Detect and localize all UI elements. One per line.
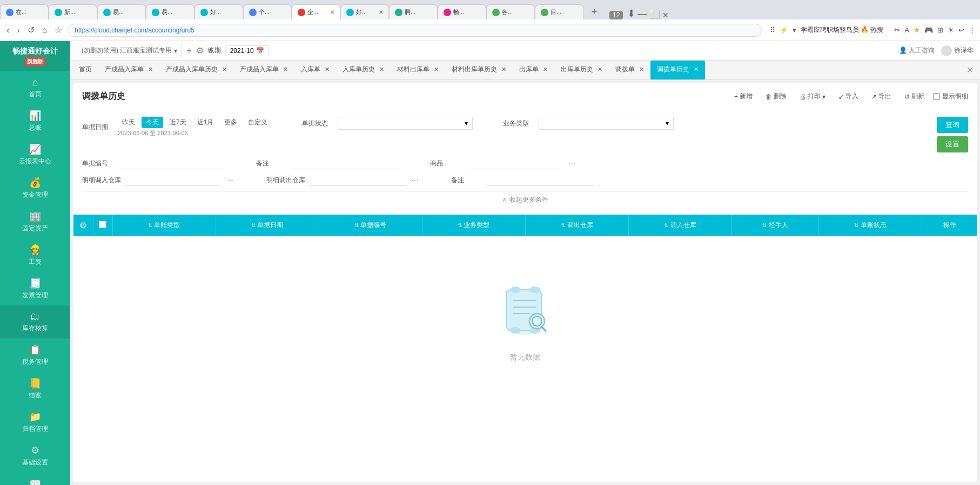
th-biz-type[interactable]: ⇅ 业务类型 xyxy=(422,215,525,236)
browser-tab-12[interactable]: 目... xyxy=(535,4,583,19)
bookmark-button[interactable]: ☆ xyxy=(52,24,64,36)
page-tab-9[interactable]: 出库单历史 ✕ xyxy=(554,61,609,79)
detail-out-picker-icon[interactable]: ··· xyxy=(409,176,420,185)
theme-icon[interactable]: ☀ xyxy=(948,26,954,34)
service-btn[interactable]: 👤 人工咨询 xyxy=(899,46,935,55)
export-button[interactable]: ↗ 导出 xyxy=(867,90,896,103)
date-btn-more[interactable]: 更多 xyxy=(220,117,241,128)
extension-icon[interactable]: ★ xyxy=(914,26,920,34)
forward-button[interactable]: › xyxy=(15,24,22,36)
voucher-no-input[interactable] xyxy=(118,158,226,169)
table-gear-icon[interactable]: ⚙ xyxy=(79,221,87,230)
more-icon[interactable]: ⋮ xyxy=(969,26,976,34)
page-tab-7[interactable]: 材料出库单历史 ✕ xyxy=(445,61,513,79)
browser-tab-4[interactable]: 易... xyxy=(146,4,194,19)
dropdown-icon[interactable]: ▾ xyxy=(793,26,796,34)
add-company-button[interactable]: + xyxy=(186,46,191,56)
reload-button[interactable]: ↺ xyxy=(25,24,37,36)
browser-tab-2[interactable]: 新... xyxy=(49,4,97,19)
import-button[interactable]: ↙ 导入 xyxy=(834,90,863,103)
sidebar-item-settings[interactable]: ⚙ 基础设置 xyxy=(0,439,70,473)
th-handler[interactable]: ⇅ 经手人 xyxy=(731,215,818,236)
collapse-bar[interactable]: ∧ 收起更多条件 xyxy=(82,191,968,208)
remark2-input[interactable] xyxy=(487,175,595,186)
delete-button[interactable]: 🗑 删除 xyxy=(761,90,791,103)
browser-tab-11[interactable]: 各... xyxy=(486,4,535,19)
sidebar-item-payroll[interactable]: 👷 工资 xyxy=(0,238,70,272)
maximize-button[interactable]: ⬜ xyxy=(649,9,660,19)
page-tab-2[interactable]: 产成品入库单历史 ✕ xyxy=(159,61,233,79)
sidebar-item-archive[interactable]: 📁 归档管理 xyxy=(0,406,70,439)
browser-tab-1[interactable]: 在... xyxy=(0,4,49,19)
sidebar-item-guide[interactable]: 📖 新手引导 xyxy=(0,473,70,485)
th-in-warehouse[interactable]: ⇅ 调入仓库 xyxy=(628,215,731,236)
sidebar-item-funds[interactable]: 💰 资金管理 xyxy=(0,171,70,205)
company-selector[interactable]: (勿删勿禁用) 江西服宝测试专用 ▾ xyxy=(77,44,182,57)
sidebar-item-tax[interactable]: 📋 税务管理 xyxy=(0,338,70,372)
goods-input[interactable] xyxy=(466,158,563,169)
date-btn-today[interactable]: 今天 xyxy=(142,117,163,128)
address-input[interactable] xyxy=(68,24,762,37)
th-type[interactable]: ⇅ 单账类型 xyxy=(112,215,216,236)
sidebar-item-home[interactable]: ⌂ 首页 xyxy=(0,71,70,104)
game-icon[interactable]: 🎮 xyxy=(924,26,933,34)
new-button[interactable]: + 新增 xyxy=(730,90,757,103)
status-select[interactable]: ▾ xyxy=(338,117,473,130)
tab-close-icon[interactable]: ✕ xyxy=(148,66,153,73)
tab-close-icon[interactable]: ✕ xyxy=(325,66,330,73)
lightning-icon[interactable]: ⚡ xyxy=(780,26,788,34)
tab-close-icon[interactable]: ✕ xyxy=(222,66,227,73)
scissors-icon[interactable]: ✂ xyxy=(894,26,900,34)
page-tab-8[interactable]: 出库单 ✕ xyxy=(513,61,554,79)
th-status[interactable]: ⇅ 单账状态 xyxy=(819,215,922,236)
tab-close-icon[interactable]: ✕ xyxy=(694,66,699,73)
th-no[interactable]: ⇅ 单据编号 xyxy=(319,215,422,236)
detail-out-input[interactable] xyxy=(308,175,406,186)
browser-tab-3[interactable]: 易... xyxy=(97,4,146,19)
downloads-icon[interactable]: ⬇ xyxy=(627,8,635,19)
filter-settings-button[interactable]: 设置 xyxy=(937,136,968,152)
date-btn-yesterday[interactable]: 昨天 xyxy=(118,117,139,128)
browser-tab-8[interactable]: 好... ✕ xyxy=(340,4,389,19)
display-detail-checkbox[interactable] xyxy=(933,93,940,100)
translate-icon[interactable]: A xyxy=(904,26,909,34)
tab-close-icon[interactable]: ✕ xyxy=(379,9,383,15)
sidebar-item-inventory[interactable]: 🗂 库存核算 xyxy=(0,305,70,338)
goods-picker-icon[interactable]: ··· xyxy=(566,159,578,169)
page-tab-home[interactable]: 首页 xyxy=(72,61,98,79)
close-all-tabs-button[interactable]: ✕ xyxy=(962,63,978,77)
detail-in-input[interactable] xyxy=(124,175,221,186)
close-button[interactable]: ✕ xyxy=(662,11,669,19)
tab-close-icon[interactable]: ✕ xyxy=(543,66,548,73)
remark-input[interactable] xyxy=(292,158,400,169)
tab-close-icon[interactable]: ✕ xyxy=(434,66,439,73)
history-icon[interactable]: ↩ xyxy=(958,26,964,34)
browser-tab-5[interactable]: 好... xyxy=(194,4,243,19)
page-tab-10[interactable]: 调拨单 ✕ xyxy=(609,61,650,79)
date-btn-7days[interactable]: 近7天 xyxy=(165,117,191,128)
tab-close-icon[interactable]: ✕ xyxy=(598,66,602,73)
page-tab-6[interactable]: 材料出库单 ✕ xyxy=(391,61,445,79)
browser-tab-9[interactable]: 腾... xyxy=(389,4,438,19)
page-tab-11[interactable]: 调拨单历史 ✕ xyxy=(650,61,705,79)
browser-tab-10[interactable]: 畅... xyxy=(438,4,486,19)
home-button[interactable]: ⌂ xyxy=(40,24,50,36)
th-gear[interactable]: ⚙ xyxy=(73,215,93,236)
grid-icon[interactable]: ⊞ xyxy=(937,26,943,34)
date-btn-custom[interactable]: 自定义 xyxy=(244,117,272,128)
user-btn[interactable]: 徐泽华 xyxy=(941,45,974,56)
sidebar-item-assets[interactable]: 🏢 固定资产 xyxy=(0,205,70,238)
select-all-checkbox[interactable] xyxy=(99,221,106,228)
company-settings-button[interactable]: ⚙ xyxy=(196,45,204,56)
th-checkbox[interactable] xyxy=(93,215,112,236)
tab-close-icon[interactable]: ✕ xyxy=(639,66,644,73)
new-tab-button[interactable]: + xyxy=(583,4,605,19)
sidebar-item-closing[interactable]: 📒 结账 xyxy=(0,372,70,406)
page-tab-5[interactable]: 入库单历史 ✕ xyxy=(336,61,391,79)
query-button[interactable]: 查询 xyxy=(937,117,968,133)
sidebar-item-reports[interactable]: 📈 云报表中心 xyxy=(0,138,70,171)
page-tab-1[interactable]: 产成品入库单 ✕ xyxy=(98,61,159,79)
browser-menu-icon[interactable]: ⠿ xyxy=(770,26,775,34)
print-button[interactable]: 🖨 打印 ▾ xyxy=(795,90,830,103)
browser-tab-6[interactable]: 个... xyxy=(243,4,292,19)
